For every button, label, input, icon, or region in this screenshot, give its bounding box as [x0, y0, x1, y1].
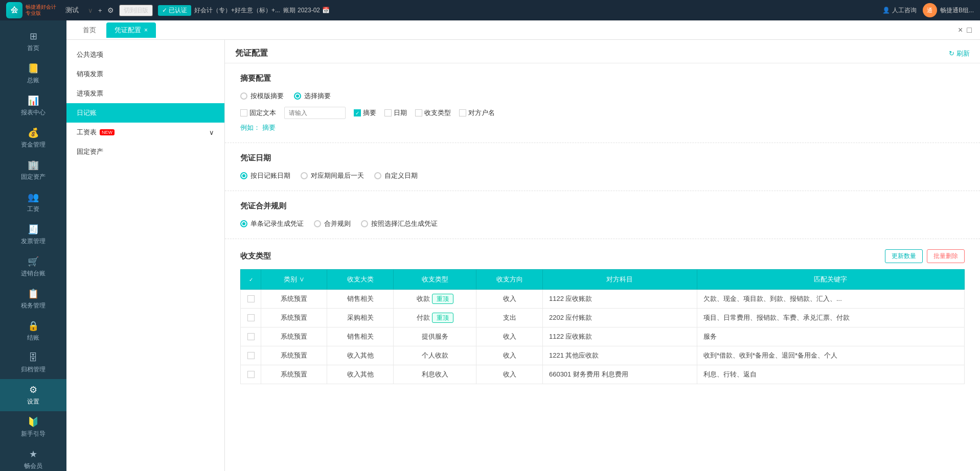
- checkbox-party-name[interactable]: 对方户名: [459, 108, 495, 117]
- status-area: ✓ 已认证 好会计（专）+好生意（标）+... 账期 2023-02 📅: [158, 5, 330, 16]
- checkbox-summary[interactable]: ✓ 摘要: [354, 108, 376, 117]
- summary-title: 摘要配置: [240, 74, 965, 83]
- row5-checkbox[interactable]: [247, 371, 255, 378]
- td-direction-3: 收入: [476, 327, 542, 346]
- page-sidebar-journal[interactable]: 日记账: [66, 103, 224, 123]
- journal-date-label: 按日记账日期: [250, 171, 290, 180]
- radio-template-summary[interactable]: 按模版摘要: [240, 91, 284, 101]
- sidebar-item-invoice[interactable]: 🧾 发票管理: [0, 219, 66, 251]
- support-button[interactable]: 👤 人工咨询: [882, 6, 917, 15]
- sidebar-item-assets[interactable]: 🏢 固定资产: [0, 154, 66, 186]
- user-name: 畅捷通B组...: [940, 6, 974, 15]
- select-all-checkbox[interactable]: ✓: [247, 276, 255, 283]
- date-checkbox-box: [384, 109, 392, 116]
- radio-single-record[interactable]: 单条记录生成凭证: [240, 219, 304, 228]
- batch-delete-button[interactable]: 批量删除: [927, 249, 965, 263]
- home-icon: ⊞: [30, 31, 37, 42]
- reset-tag-2[interactable]: 重顶: [432, 313, 453, 323]
- product-info: 好会计（专）+好生意（标）+...: [194, 6, 280, 15]
- td-minor-4: 个人收款: [393, 346, 476, 365]
- radio-period-last[interactable]: 对应期间最后一天: [301, 171, 364, 180]
- nav-test[interactable]: 测试: [61, 6, 83, 15]
- th-keywords: 匹配关键字: [697, 270, 964, 290]
- page-sidebar-purchase-inv[interactable]: 进项发票: [66, 84, 224, 103]
- period-display: 账期 2023-02 📅: [283, 6, 330, 15]
- switch-version-button[interactable]: 切到旧版: [119, 5, 153, 16]
- row2-checkbox[interactable]: [247, 314, 255, 321]
- sidebar-item-home[interactable]: ⊞ 首页: [0, 26, 66, 58]
- tab-home[interactable]: 首页: [75, 22, 104, 38]
- reports-icon: 📊: [28, 95, 39, 106]
- sidebar-label-tax: 税务管理: [21, 301, 45, 310]
- sidebar-label-purchase: 进销台账: [21, 269, 45, 278]
- page-sidebar-fixed-assets[interactable]: 固定资产: [66, 142, 224, 161]
- checkbox-income-type[interactable]: 收支类型: [415, 108, 451, 117]
- main-content: 凭证配置 ↻ 刷新 摘要配置 按模版摘要: [225, 40, 980, 471]
- refresh-button[interactable]: ↻ 刷新: [949, 49, 970, 58]
- sidebar-label-settings: 设置: [27, 397, 39, 406]
- purchase-icon: 🛒: [28, 256, 39, 267]
- page-sidebar: 公共选项 销项发票 进项发票 日记账 工资表 NEW ∨: [66, 40, 225, 471]
- page-sidebar-public[interactable]: 公共选项: [66, 45, 224, 64]
- td-minor-1: 收款 重顶: [393, 290, 476, 309]
- fixed-text-checkbox: [240, 109, 247, 116]
- reset-tag-1[interactable]: 重顶: [432, 294, 453, 304]
- radio-template-circle: [240, 92, 247, 100]
- summary-section: 摘要配置 按模版摘要 选择摘要: [225, 63, 980, 143]
- td-checkbox-2: [241, 309, 261, 327]
- new-badge: NEW: [100, 129, 115, 135]
- sidebar-item-payroll[interactable]: 👥 工资: [0, 186, 66, 219]
- td-minor-5: 利息收入: [393, 365, 476, 384]
- table-body: 系统预置 销售相关 收款 重顶 收入 1122 应收账款 欠款、现金、项目款、到…: [241, 290, 965, 384]
- merge-section: 凭证合并规则 单条记录生成凭证 合并规则 按照选择汇总生成凭证: [225, 191, 980, 239]
- radio-journal-date[interactable]: 按日记账日期: [240, 171, 290, 180]
- radio-summary-generate[interactable]: 按照选择汇总生成凭证: [361, 219, 438, 228]
- sidebar-item-closing[interactable]: 🔒 结账: [0, 315, 66, 347]
- page-sidebar-payroll-table[interactable]: 工资表 NEW ∨: [66, 123, 224, 142]
- sidebar-item-tax[interactable]: 📋 税务管理: [0, 283, 66, 315]
- merge-rules-label: 合并规则: [324, 219, 351, 228]
- checkbox-fixed-text[interactable]: 固定文本: [240, 108, 276, 117]
- custom-date-circle: [374, 172, 381, 179]
- sidebar-item-ledger[interactable]: 📒 总账: [0, 58, 66, 90]
- row1-checkbox[interactable]: [247, 295, 255, 302]
- td-keywords-5: 利息、行转、返自: [697, 365, 964, 384]
- tab-voucher-config[interactable]: 凭证配置 ×: [106, 22, 156, 38]
- row3-checkbox[interactable]: [247, 333, 255, 340]
- radio-custom-date[interactable]: 自定义日期: [374, 171, 418, 180]
- close-window-button[interactable]: ×: [958, 26, 963, 35]
- radio-template-label: 按模版摘要: [250, 91, 284, 101]
- td-category-2: 系统预置: [261, 309, 327, 327]
- sidebar-item-archive[interactable]: 🗄 归档管理: [0, 347, 66, 379]
- fixed-text-input[interactable]: [284, 107, 346, 119]
- sidebar-label-home: 首页: [27, 44, 39, 53]
- td-keywords-1: 欠款、现金、项目款、到款、报销款、汇入、...: [697, 290, 964, 309]
- radio-select-summary[interactable]: 选择摘要: [294, 91, 331, 101]
- party-name-checkbox-box: [459, 109, 466, 116]
- add-button[interactable]: +: [98, 7, 102, 14]
- row4-checkbox[interactable]: [247, 352, 255, 359]
- settings-icon[interactable]: ⚙: [107, 6, 114, 14]
- user-info[interactable]: 通 畅捷通B组...: [923, 3, 974, 17]
- radio-merge-rules[interactable]: 合并规则: [314, 219, 351, 228]
- tab-voucher-config-label: 凭证配置: [115, 26, 141, 35]
- period-last-label: 对应期间最后一天: [311, 171, 364, 180]
- sidebar-item-settings[interactable]: ⚙ 设置: [0, 379, 66, 411]
- sidebar-item-purchase[interactable]: 🛒 进销台账: [0, 251, 66, 283]
- sidebar-item-member[interactable]: ★ 畅会员: [0, 443, 66, 471]
- td-major-3: 销售相关: [327, 327, 393, 346]
- table-row: 系统预置 采购相关 付款 重顶 支出 2202 应付账款 项目、日常费用、报销款…: [241, 309, 965, 327]
- checkbox-date[interactable]: 日期: [384, 108, 407, 117]
- calendar-icon[interactable]: 📅: [322, 7, 330, 14]
- certified-badge: ✓ 已认证: [158, 5, 191, 16]
- page-sidebar-sales[interactable]: 销项发票: [66, 64, 224, 84]
- tab-close-button[interactable]: ×: [144, 27, 148, 34]
- update-button[interactable]: 更新数量: [885, 249, 923, 263]
- sidebar-item-funds[interactable]: 💰 资金管理: [0, 122, 66, 154]
- maximize-button[interactable]: □: [967, 26, 972, 35]
- sidebar-item-reports[interactable]: 📊 报表中心: [0, 90, 66, 122]
- payroll-icon: 👥: [28, 192, 39, 203]
- sidebar-item-guide[interactable]: 🔰 新手引导: [0, 411, 66, 443]
- td-category-5: 系统预置: [261, 365, 327, 384]
- period-last-circle: [301, 172, 308, 179]
